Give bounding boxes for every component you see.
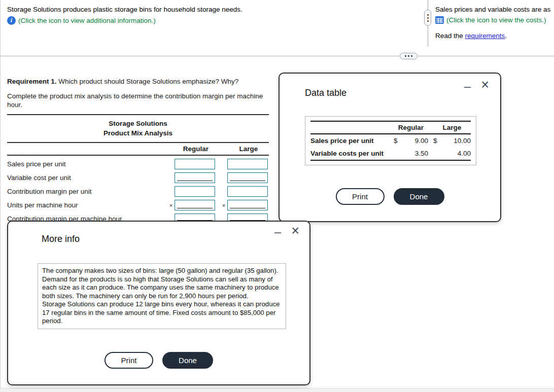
read-suffix: . <box>505 32 507 40</box>
vertical-divider-handle[interactable] <box>424 10 431 26</box>
close-icon[interactable]: × <box>291 224 299 238</box>
problem-intro-text: Storage Solutions produces plastic stora… <box>7 5 413 14</box>
exercise-page: Storage Solutions produces plastic stora… <box>0 0 554 392</box>
data-row-variable-costs: Variable costs per unit 3.50 4.00 <box>310 147 471 160</box>
table-titles: Storage Solutions Product Mix Analysis <box>7 114 269 143</box>
data-table-modal: Data table – × Regular Large Sales price… <box>279 73 501 222</box>
value-regular: 3.50 <box>402 150 428 157</box>
currency-symbol: $ <box>394 137 402 145</box>
table-row-variable-cost: Variable cost per unit <box>7 171 269 185</box>
done-button[interactable]: Done <box>162 352 213 369</box>
value-regular: 9.00 <box>402 137 428 145</box>
multiply-symbol: × <box>220 202 227 208</box>
read-prefix: Read the <box>435 32 465 40</box>
close-icon[interactable]: × <box>481 78 489 92</box>
data-col-regular: Regular <box>394 124 428 131</box>
bottom-scroll-strip <box>0 388 554 392</box>
data-col-large: Large <box>433 124 471 131</box>
data-table-icon[interactable] <box>435 16 444 24</box>
costs-intro-text: Sales prices and variable costs are as <box>435 5 554 14</box>
data-table-box: Regular Large Sales price per unit $ 9.0… <box>305 116 476 165</box>
info-icon[interactable]: i <box>7 16 16 25</box>
input-variable-cost-regular[interactable] <box>175 172 215 183</box>
data-table-header: Regular Large <box>310 122 471 134</box>
answer-pane: Requirement 1. Which product should Stor… <box>7 74 269 229</box>
input-variable-cost-large[interactable] <box>227 172 268 183</box>
view-costs-link[interactable]: (Click the icon to view the costs.) <box>446 16 546 24</box>
input-units-per-hour-regular[interactable] <box>175 200 215 210</box>
row-label: Units per machine hour <box>7 201 167 209</box>
product-mix-table: Storage Solutions Product Mix Analysis R… <box>7 114 269 229</box>
column-header-large: Large <box>228 145 269 153</box>
data-row-label: Variable costs per unit <box>310 150 394 157</box>
more-info-buttons: Print Done <box>8 352 309 369</box>
more-info-modal-title: More info <box>42 234 80 244</box>
page-left-border <box>0 0 1 392</box>
currency-symbol: $ <box>433 137 441 145</box>
input-sales-price-regular[interactable] <box>175 159 215 169</box>
column-header-regular: Regular <box>176 145 216 153</box>
value-large: 10.00 <box>441 137 471 145</box>
multiply-symbol: × <box>167 202 175 208</box>
more-info-paragraph-2: Storage Solutions can produce 12 large b… <box>42 300 282 326</box>
print-button[interactable]: Print <box>105 352 153 369</box>
table-row-sales-price: Sales price per unit <box>7 157 269 171</box>
table-title-analysis: Product Mix Analysis <box>7 128 269 138</box>
table-title-company: Storage Solutions <box>7 119 269 128</box>
row-label: Contribution margin per unit <box>7 188 167 195</box>
table-row-units-per-hour: Units per machine hour × × <box>7 198 269 212</box>
costs-intro-pane: Sales prices and variable costs are as (… <box>435 5 554 40</box>
requirement-question: Which product should Storage Solutions e… <box>57 78 239 85</box>
data-row-sales-price: Sales price per unit $ 9.00 $ 10.00 <box>310 134 471 147</box>
table-row-contribution-margin: Contribution margin per unit <box>7 185 269 198</box>
requirements-link[interactable]: requirements <box>465 32 505 40</box>
more-info-modal: More info – × The company makes two size… <box>7 221 310 385</box>
data-table-modal-title: Data table <box>305 88 347 98</box>
print-button[interactable]: Print <box>336 188 385 205</box>
requirement-line: Requirement 1. Which product should Stor… <box>7 77 269 86</box>
more-info-text-box: The company makes two sizes of bins: lar… <box>38 263 286 329</box>
row-label: Variable cost per unit <box>7 174 167 182</box>
minimize-icon[interactable]: – <box>464 80 471 92</box>
horizontal-divider-handle[interactable] <box>400 53 418 59</box>
read-requirements-line: Read the requirements. <box>435 32 554 40</box>
row-label: Sales price per unit <box>7 160 167 168</box>
done-button[interactable]: Done <box>394 188 444 205</box>
input-sales-price-large[interactable] <box>227 159 268 169</box>
additional-information-link[interactable]: (Click the icon to view additional infor… <box>18 17 156 24</box>
table-header-row: Regular Large <box>7 143 269 156</box>
requirement-label: Requirement 1. <box>7 78 57 85</box>
input-units-per-hour-large[interactable] <box>227 200 268 210</box>
input-contribution-margin-large[interactable] <box>227 186 268 197</box>
minimize-icon[interactable]: – <box>274 226 281 238</box>
data-row-label: Sales price per unit <box>310 137 394 145</box>
instruction-text: Complete the product mix analysis to det… <box>7 92 269 109</box>
data-table: Regular Large Sales price per unit $ 9.0… <box>310 121 471 161</box>
table-body: Sales price per unit Variable cost per u… <box>7 156 269 229</box>
problem-intro-pane: Storage Solutions produces plastic stora… <box>7 5 413 25</box>
horizontal-pane-divider <box>0 56 554 56</box>
more-info-paragraph-1: The company makes two sizes of bins: lar… <box>42 267 282 300</box>
data-modal-buttons: Print Done <box>280 188 500 205</box>
value-large: 4.00 <box>441 150 471 157</box>
input-contribution-margin-regular[interactable] <box>175 186 215 197</box>
